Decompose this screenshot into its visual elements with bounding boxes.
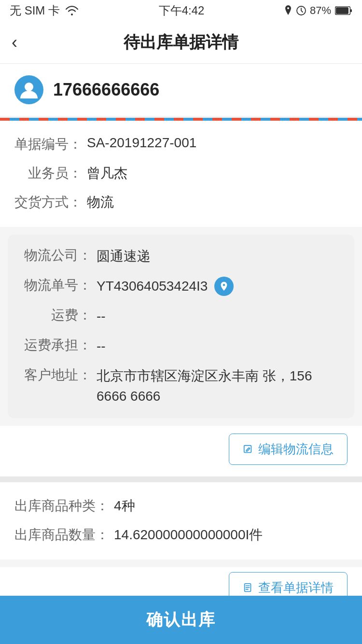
- wifi-icon: [65, 5, 79, 16]
- freight-value: --: [92, 306, 343, 326]
- freight-bearer-row: 运费承担： --: [19, 336, 343, 356]
- avatar: [14, 75, 43, 104]
- category-row: 出库商品种类： 4种: [14, 497, 348, 515]
- logistics-company-value: 圆通速递: [92, 246, 343, 266]
- category-label: 出库商品种类：: [14, 497, 109, 515]
- confirm-btn-label: 确认出库: [146, 609, 216, 631]
- track-location-button[interactable]: [214, 277, 234, 296]
- order-no-label: 单据编号：: [14, 135, 82, 154]
- logistics-company-row: 物流公司： 圆通速递: [19, 246, 343, 266]
- quantity-label: 出库商品数量：: [14, 526, 109, 544]
- address-value: 北京市市辖区海淀区永丰南 张，156 6666 6666: [92, 366, 343, 406]
- customer-header: 17666666666: [0, 64, 362, 116]
- address-row: 客户地址： 北京市市辖区海淀区永丰南 张，156 6666 6666: [19, 366, 343, 406]
- clock-icon: [296, 6, 306, 15]
- svg-rect-3: [350, 9, 352, 12]
- edit-icon: [243, 444, 253, 455]
- tracking-row: 物流单号： YT43064053424I3: [19, 276, 343, 296]
- location-status-icon: [284, 5, 292, 16]
- tracking-value-container: YT43064053424I3: [92, 276, 343, 296]
- section-separator: [0, 476, 362, 482]
- order-no-row: 单据编号： SA-20191227-001: [14, 135, 348, 154]
- salesman-value: 曾凡杰: [82, 164, 348, 182]
- tracking-number: YT43064053424I3: [97, 276, 208, 296]
- freight-bearer-value: --: [92, 336, 343, 356]
- order-info-section: 单据编号： SA-20191227-001 业务员： 曾凡杰 交货方式： 物流: [0, 121, 362, 227]
- address-label: 客户地址：: [19, 366, 92, 384]
- map-pin-icon: [219, 281, 229, 292]
- time-text: 下午4:42: [159, 3, 205, 18]
- battery-icon: [335, 6, 352, 15]
- salesman-label: 业务员：: [14, 164, 82, 182]
- delivery-row: 交货方式： 物流: [14, 193, 348, 211]
- category-value: 4种: [109, 497, 348, 515]
- salesman-row: 业务员： 曾凡杰: [14, 164, 348, 182]
- confirm-button[interactable]: 确认出库: [0, 596, 362, 644]
- edit-logistics-button[interactable]: 编辑物流信息: [229, 434, 348, 465]
- status-bar: 无 SIM 卡 下午4:42 87%: [0, 0, 362, 21]
- freight-row: 运费： --: [19, 306, 343, 326]
- delivery-label: 交货方式：: [14, 193, 82, 211]
- carrier-text: 无 SIM 卡: [10, 3, 60, 18]
- edit-logistics-label: 编辑物流信息: [258, 441, 334, 458]
- freight-label: 运费：: [19, 306, 92, 324]
- customer-phone: 17666666666: [53, 80, 159, 100]
- svg-rect-2: [336, 7, 348, 14]
- order-no-value: SA-20191227-001: [82, 135, 348, 151]
- document-icon: [243, 583, 253, 593]
- tracking-label: 物流单号：: [19, 276, 92, 294]
- battery-text: 87%: [310, 4, 331, 17]
- logistics-card: 物流公司： 圆通速递 物流单号： YT43064053424I3 运费： -- …: [8, 235, 354, 418]
- back-button[interactable]: ‹: [12, 32, 17, 53]
- quantity-value: 14.620000000000000I件: [109, 526, 348, 544]
- delivery-value: 物流: [82, 193, 348, 211]
- main-content: 17666666666 单据编号： SA-20191227-001 业务员： 曾…: [0, 64, 362, 644]
- user-avatar-icon: [19, 80, 39, 99]
- nav-bar: ‹ 待出库单据详情: [0, 21, 362, 64]
- summary-section: 出库商品种类： 4种 出库商品数量： 14.620000000000000I件: [0, 482, 362, 560]
- edit-logistics-container: 编辑物流信息: [0, 426, 362, 476]
- svg-point-4: [25, 83, 33, 91]
- quantity-row: 出库商品数量： 14.620000000000000I件: [14, 526, 348, 544]
- status-left: 无 SIM 卡: [10, 3, 79, 18]
- logistics-company-label: 物流公司：: [19, 246, 92, 265]
- status-right: 87%: [284, 4, 352, 17]
- freight-bearer-label: 运费承担：: [19, 336, 92, 354]
- page-title: 待出库单据详情: [124, 31, 238, 54]
- view-details-label: 查看单据详情: [258, 579, 334, 596]
